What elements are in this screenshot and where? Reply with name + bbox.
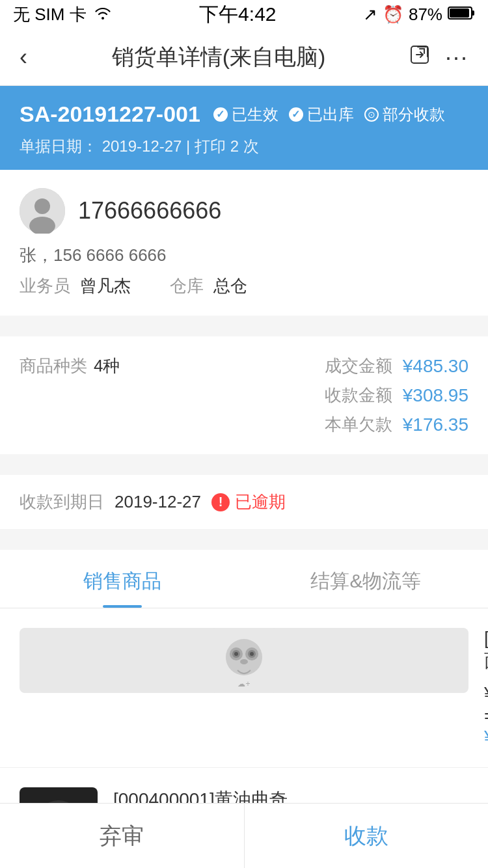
overdue-badge: ! 已逾期 (211, 491, 286, 513)
customer-section: 17666666666 张，156 6666 6666 业务员 曾凡杰 仓库 总… (0, 170, 488, 316)
collected-row: 收款金额 ¥308.95 (325, 384, 468, 407)
price-text-1: ¥40 x (484, 683, 488, 703)
tab-settlement[interactable]: 结算&物流等 (244, 550, 488, 608)
customer-name-phone: 张，156 6666 6666 (20, 244, 468, 267)
owed-label: 本单欠款 (325, 413, 392, 436)
order-date-row: 单据日期： 2019-12-27 | 打印 2 次 (20, 136, 468, 157)
status-time: 下午4:42 (199, 1, 276, 28)
sales-name: 曾凡杰 (80, 276, 131, 295)
amount-info: 成交金额 ¥485.30 收款金额 ¥308.95 本单欠款 ¥176.35 (325, 355, 468, 436)
status-badges: 已生效 已出库 ⊙ 部分收款 (213, 104, 445, 125)
amount-value: ¥485.30 (403, 356, 468, 377)
status-bar: 无 SIM 卡 下午4:42 ↗ ⏰ 87% (0, 0, 488, 29)
svg-rect-2 (450, 8, 469, 18)
svg-point-13 (234, 652, 238, 656)
overdue-icon: ! (211, 493, 230, 511)
svg-point-5 (34, 198, 50, 214)
status-effective: 已生效 (213, 104, 278, 125)
location-icon: ↗ (363, 5, 377, 25)
sales-info: 业务员 曾凡杰 (20, 275, 131, 297)
summary-section: 商品种类 4种 成交金额 ¥485.30 收款金额 ¥308.95 本单欠款 ¥… (0, 336, 488, 454)
overdue-text: 已逾期 (235, 491, 286, 513)
wifi-icon (93, 5, 113, 25)
avatar (20, 188, 65, 234)
amount-label: 成交金额 (325, 355, 392, 377)
page-title: 销货单详情(来自电脑) (112, 42, 326, 72)
nav-bar: ‹ 销货单详情(来自电脑) ··· (0, 29, 488, 86)
list-item: ☁+ [0000002]面包 ¥40 x 5袋 = ¥199.99 (0, 608, 488, 768)
due-date-section: 收款到期日 2019-12-27 ! 已逾期 (0, 475, 488, 529)
tabs-row: 销售商品 结算&物流等 (0, 550, 488, 608)
svg-text:☁+: ☁+ (237, 679, 250, 688)
more-icon[interactable]: ··· (445, 44, 468, 71)
collect-button[interactable]: 收款 (245, 804, 489, 868)
amount-row: 成交金额 ¥485.30 (325, 355, 468, 377)
product-info-1: [0000002]面包 ¥40 x 5袋 = ¥199.99 (484, 628, 488, 748)
warehouse-info: 仓库 总仓 (170, 275, 247, 297)
section-gap-1 (0, 326, 488, 336)
alarm-icon: ⏰ (383, 5, 403, 25)
battery-icon (448, 5, 475, 25)
customer-phone: 17666666666 (78, 197, 221, 224)
owed-value: ¥176.35 (403, 414, 468, 435)
due-label: 收款到期日 (20, 491, 104, 513)
nav-actions: ··· (410, 44, 468, 71)
tab-sales-products[interactable]: 销售商品 (0, 550, 244, 608)
collected-value: ¥308.95 (403, 385, 468, 406)
svg-point-15 (240, 659, 248, 664)
collected-label: 收款金额 (325, 384, 392, 407)
product-price-1: ¥40 x 5袋 = ¥199.99 (484, 681, 488, 748)
sales-label: 业务员 (20, 276, 70, 295)
svg-rect-1 (472, 10, 474, 16)
type-label: 商品种类 (20, 355, 87, 377)
check-icon-1 (213, 107, 228, 122)
type-count: 4种 (94, 355, 120, 377)
battery-text: 87% (409, 5, 442, 25)
product-type-info: 商品种类 4种 (20, 355, 120, 377)
warehouse-label: 仓库 (170, 276, 204, 295)
share-icon[interactable] (410, 45, 429, 70)
order-header: SA-20191227-001 已生效 已出库 ⊙ 部分收款 单据日期： 201… (0, 86, 488, 170)
carrier-text: 无 SIM 卡 (13, 3, 87, 26)
product-thumbnail-1: ☁+ (20, 628, 468, 693)
bottom-actions: 弃审 收款 (0, 803, 488, 868)
section-gap-2 (0, 465, 488, 475)
svg-point-14 (250, 652, 254, 656)
status-partial: ⊙ 部分收款 (364, 104, 445, 125)
cancel-button[interactable]: 弃审 (0, 804, 245, 868)
status-shipped: 已出库 (289, 104, 354, 125)
owed-row: 本单欠款 ¥176.35 (325, 413, 468, 436)
order-id: SA-20191227-001 (20, 102, 200, 127)
section-gap-3 (0, 539, 488, 550)
tabs-section: 销售商品 结算&物流等 (0, 550, 488, 608)
due-date-value: 2019-12-27 (115, 492, 201, 512)
clock-icon: ⊙ (364, 107, 379, 122)
print-info: | 打印 2 次 (186, 137, 259, 155)
check-icon-2 (289, 107, 303, 122)
price-total-1: ¥199.99 (484, 727, 488, 747)
back-button[interactable]: ‹ (20, 44, 27, 71)
order-date: 2019-12-27 (102, 137, 182, 155)
product-name-1: [0000002]面包 (484, 628, 488, 673)
status-right: ↗ ⏰ 87% (363, 5, 475, 25)
date-label: 单据日期： (20, 137, 98, 155)
warehouse-name: 总仓 (213, 276, 247, 295)
status-left: 无 SIM 卡 (13, 3, 113, 26)
customer-meta: 业务员 曾凡杰 仓库 总仓 (20, 275, 468, 297)
